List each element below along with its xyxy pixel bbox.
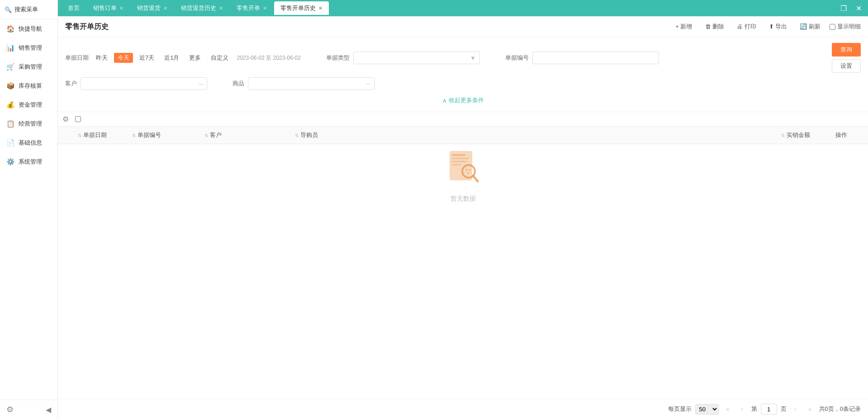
per-page-select[interactable]: 50 10 20 100 <box>695 404 719 414</box>
sidebar-item-label: 经营管理 <box>19 120 42 128</box>
query-button[interactable]: 查询 <box>832 43 861 56</box>
search-row-1: 单据日期 昨天 今天 近7天 近1月 更多 自定义 2023-06-02 至 2… <box>65 43 861 73</box>
collapse-button[interactable]: ∧ 收起更多条件 <box>442 94 484 106</box>
close-window-button[interactable]: ✕ <box>853 3 864 14</box>
prev-page-button[interactable]: ‹ <box>737 404 748 414</box>
first-page-button[interactable]: « <box>722 404 733 414</box>
settings-icon[interactable]: ⚙ <box>6 405 14 414</box>
custom-btn[interactable]: 自定义 <box>207 53 232 63</box>
purchase-mgmt-icon: 🛒 <box>6 63 15 71</box>
tab-bar: 首页销售订单✕销货退货✕销货退货历史✕零售开单✕零售开单历史✕ ❐ ✕ <box>58 0 868 16</box>
pagination: 每页显示 50 10 20 100 « ‹ 第 页 › » 共0页，0条记录 <box>58 399 868 419</box>
customer-field: 客户 ··· <box>65 77 207 90</box>
tab-close-retail-history[interactable]: ✕ <box>318 5 323 11</box>
page-number-input[interactable] <box>761 404 777 414</box>
more-btn[interactable]: 更多 <box>185 53 204 63</box>
sidebar: 🔍 搜索采单 🏠快捷导航📊销售管理🛒采购管理📦库存核算💰资金管理📋经营管理📄基础… <box>0 0 58 419</box>
sidebar-item-label: 销售管理 <box>19 44 42 52</box>
customer-input[interactable]: ··· <box>81 77 207 90</box>
goods-dots: ··· <box>365 80 370 87</box>
display-detail-input[interactable] <box>830 24 835 30</box>
svg-rect-4 <box>452 164 461 165</box>
restore-window-button[interactable]: ❐ <box>838 3 849 14</box>
sidebar-search[interactable]: 🔍 搜索采单 <box>0 0 57 19</box>
display-detail-label: 显示明细 <box>837 23 861 31</box>
sort-number-icon: ⇅ <box>132 133 136 138</box>
tab-sales-return-history[interactable]: 销货退货历史✕ <box>175 1 229 15</box>
tab-label-sales-order: 销售订单 <box>93 4 117 12</box>
main-content: 首页销售订单✕销货退货✕销货退货历史✕零售开单✕零售开单历史✕ ❐ ✕ 零售开单… <box>58 0 868 419</box>
table-area: ⚙ ⇅ 单据日期 ⇅ 单据编号 <box>58 112 868 399</box>
last-page-button[interactable]: » <box>805 404 816 414</box>
sidebar-item-label: 基础信息 <box>19 139 42 147</box>
table-settings-icon[interactable]: ⚙ <box>62 115 69 123</box>
sidebar-item-basic-info[interactable]: 📄基础信息 <box>0 133 57 152</box>
order-number-input[interactable] <box>532 52 659 64</box>
page-suffix: 页 <box>781 405 787 413</box>
date-filters: 昨天 今天 近7天 近1月 更多 自定义 2023-06-02 至 2023-0… <box>92 53 301 63</box>
sidebar-footer: ⚙ ◀ <box>0 400 57 419</box>
tab-close-retail-open[interactable]: ✕ <box>263 5 267 11</box>
goods-label: 商品 <box>232 80 244 88</box>
tab-close-sales-return-history[interactable]: ✕ <box>219 5 223 11</box>
table-scroll: ⇅ 单据日期 ⇅ 单据编号 ⇅ 客户 <box>58 127 868 399</box>
tab-retail-open[interactable]: 零售开单✕ <box>230 1 273 15</box>
sidebar-item-sales-mgmt[interactable]: 📊销售管理 <box>0 38 57 57</box>
svg-point-8 <box>469 169 471 171</box>
sidebar-item-label: 库存核算 <box>19 82 42 90</box>
svg-rect-2 <box>452 158 469 159</box>
col-header-date[interactable]: ⇅ 单据日期 <box>74 127 128 144</box>
yesterday-btn[interactable]: 昨天 <box>92 53 111 63</box>
sidebar-item-inventory[interactable]: 📦库存核算 <box>0 76 57 95</box>
print-button[interactable]: 🖨 打印 <box>733 21 760 33</box>
tab-label-sales-return-history: 销货退货历史 <box>181 4 216 12</box>
today-btn[interactable]: 今天 <box>114 53 133 63</box>
sort-customer-icon: ⇅ <box>204 133 208 138</box>
col-header-amount[interactable]: ⇅ 实销金额 <box>778 127 832 144</box>
quick-nav-icon: 🏠 <box>6 25 15 33</box>
empty-state: 暂无数据 <box>58 144 868 203</box>
tab-sales-return[interactable]: 销货退货✕ <box>131 1 174 15</box>
tab-retail-history[interactable]: 零售开单历史✕ <box>274 1 329 15</box>
col-header-spacer <box>346 127 778 144</box>
search-icon: 🔍 <box>5 6 12 13</box>
order-type-select[interactable]: ▼ <box>353 52 480 64</box>
col-header-actions: 操作 <box>832 127 868 144</box>
col-header-number[interactable]: ⇅ 单据编号 <box>128 127 201 144</box>
col-header-customer[interactable]: ⇅ 客户 <box>201 127 291 144</box>
search-row-2: 客户 ··· 商品 ··· <box>65 77 861 90</box>
sort-guide-icon: ⇅ <box>295 133 299 138</box>
tab-sales-order[interactable]: 销售订单✕ <box>87 1 130 15</box>
col-header-guide[interactable]: ⇅ 导购员 <box>291 127 346 144</box>
goods-input[interactable]: ··· <box>248 77 375 90</box>
svg-point-7 <box>466 169 468 171</box>
settings-button[interactable]: 设置 <box>832 59 861 73</box>
last1month-btn[interactable]: 近1月 <box>161 53 183 63</box>
customer-dots: ··· <box>198 80 203 87</box>
display-detail-checkbox[interactable]: 显示明细 <box>830 23 861 31</box>
search-area: 单据日期 昨天 今天 近7天 近1月 更多 自定义 2023-06-02 至 2… <box>58 38 868 112</box>
collapse-sidebar-icon[interactable]: ◀ <box>46 405 51 414</box>
header-actions: + 新增 🗑 删除 🖨 打印 ⬆ 导出 🔄 刷新 显示明细 <box>672 21 861 33</box>
add-button[interactable]: + 新增 <box>672 21 696 33</box>
sidebar-item-purchase-mgmt[interactable]: 🛒采购管理 <box>0 57 57 76</box>
select-all-checkbox[interactable] <box>75 116 81 122</box>
sidebar-item-operation[interactable]: 📋经营管理 <box>0 114 57 133</box>
last7days-btn[interactable]: 近7天 <box>136 53 158 63</box>
tab-close-sales-return[interactable]: ✕ <box>163 5 167 11</box>
delete-button[interactable]: 🗑 删除 <box>702 21 728 33</box>
tab-label-home: 首页 <box>68 4 80 12</box>
order-number-field: 单据编号 <box>505 52 659 64</box>
refresh-button[interactable]: 🔄 刷新 <box>796 21 824 33</box>
sidebar-item-finance[interactable]: 💰资金管理 <box>0 95 57 114</box>
sidebar-item-quick-nav[interactable]: 🏠快捷导航 <box>0 19 57 38</box>
collapse-label: 收起更多条件 <box>449 96 484 104</box>
next-page-button[interactable]: › <box>790 404 801 414</box>
tab-close-sales-order[interactable]: ✕ <box>119 5 123 11</box>
sidebar-item-sys-mgmt[interactable]: ⚙️系统管理 <box>0 152 57 171</box>
export-button[interactable]: ⬆ 导出 <box>765 21 791 33</box>
operation-icon: 📋 <box>6 120 15 128</box>
tab-label-retail-history: 零售开单历史 <box>280 4 316 12</box>
tab-home[interactable]: 首页 <box>62 1 86 15</box>
svg-rect-3 <box>452 161 467 162</box>
